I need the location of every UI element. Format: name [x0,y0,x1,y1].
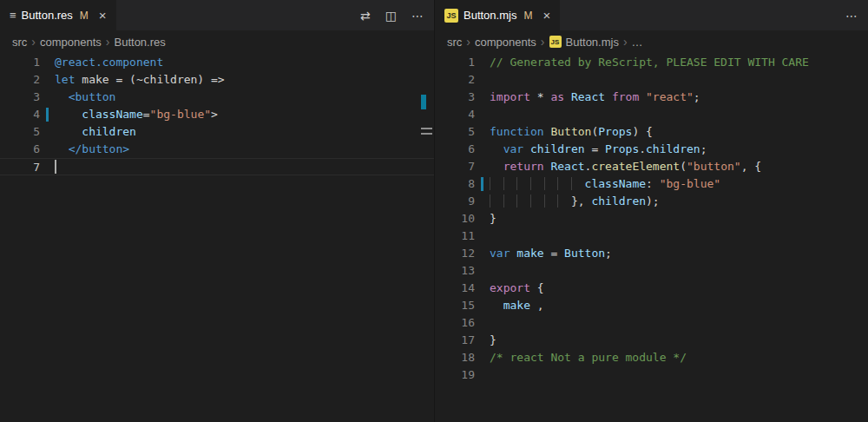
breadcrumb-item[interactable]: … [632,36,643,49]
git-modified-badge: M [523,10,532,22]
code-text: var make = Button; [490,245,612,262]
overview-ruler-mark [421,128,432,129]
code-text: className="bg-blue"> [55,106,218,123]
line-number[interactable]: 17 [435,332,475,349]
editor-sash[interactable] [433,0,436,422]
code-line[interactable]: 19 [435,366,868,384]
line-number[interactable]: 2 [0,71,40,89]
code-line[interactable]: 4 className="bg-blue"> [0,106,434,123]
line-number[interactable]: 16 [435,314,475,332]
line-number[interactable]: 11 [435,227,475,245]
js-file-icon: JS [444,9,458,23]
breadcrumb-item[interactable]: src [12,36,27,49]
line-number[interactable]: 1 [0,54,40,71]
breadcrumb-separator: › [31,35,36,49]
code-line[interactable]: 1// Generated by ReScript, PLEASE EDIT W… [435,54,868,71]
split-editor-icon[interactable]: ◫ [385,9,397,23]
code-text: import * as React from "react"; [490,89,700,106]
close-icon[interactable]: × [542,8,550,23]
code-line[interactable]: 17} [435,332,868,349]
line-number[interactable]: 1 [435,54,475,71]
line-number[interactable]: 8 [435,175,475,193]
code-line[interactable]: 5 children [0,123,434,141]
file-icon: ≡ [10,9,16,22]
line-number[interactable]: 5 [435,123,475,141]
line-number[interactable]: 7 [435,158,475,175]
code-line[interactable]: 14export { [435,280,868,297]
tabbar-right: JS Button.mjs M × ⋯ [435,0,868,30]
line-number[interactable]: 4 [0,106,40,123]
line-number[interactable]: 3 [435,89,475,106]
code-line[interactable]: 7 [0,158,434,175]
code-line[interactable]: 11 [435,227,868,245]
code-area-left: 1@react.component2let make = (~children)… [0,54,434,175]
code-text: className: "bg-blue" [490,175,720,193]
breadcrumb-item[interactable]: components [475,36,536,49]
tab-button-res[interactable]: ≡ Button.res M × [0,0,116,30]
close-icon[interactable]: × [99,8,107,23]
line-number[interactable]: 12 [435,245,475,262]
code-text: /* react Not a pure module */ [490,349,687,366]
line-number[interactable]: 18 [435,349,475,366]
line-number[interactable]: 4 [435,106,475,123]
breadcrumb-item[interactable]: src [447,36,462,49]
line-number[interactable]: 15 [435,297,475,314]
code-line[interactable]: 2 [435,71,868,89]
code-text: @react.component [55,54,163,71]
code-line[interactable]: 9 }, children); [435,193,868,210]
code-line[interactable]: 3import * as React from "react"; [435,89,868,106]
editor-left[interactable]: 1@react.component2let make = (~children)… [0,53,434,422]
code-line[interactable]: 12var make = Button; [435,245,868,262]
tab-button-mjs[interactable]: JS Button.mjs M × [435,0,560,30]
editor-right[interactable]: 1// Generated by ReScript, PLEASE EDIT W… [435,53,868,422]
indent-guide [530,177,544,190]
code-line[interactable]: 1@react.component [0,54,434,71]
line-number[interactable]: 3 [0,89,40,106]
editor-actions-right: ⋯ [845,0,858,30]
js-file-icon: JS [549,36,562,48]
line-number[interactable]: 5 [0,123,40,141]
code-line[interactable]: 3 <button [0,89,434,106]
breadcrumb-separator: › [466,35,470,49]
line-number[interactable]: 6 [435,141,475,158]
code-text: }, children); [490,193,660,210]
line-number[interactable]: 10 [435,210,475,227]
text-cursor [55,160,56,174]
overview-ruler-mark [421,133,432,135]
code-line[interactable]: 8 className: "bg-blue" [435,175,868,193]
code-line[interactable]: 15 make , [435,297,868,314]
code-line[interactable]: 2let make = (~children) => [0,71,434,89]
code-line[interactable]: 7 return React.createElement("button", { [435,158,868,175]
code-line[interactable]: 13 [435,262,868,280]
open-changes-icon[interactable]: ⇄ [360,9,371,23]
tabbar-left: ≡ Button.res M × ⇄ ◫ ⋯ [0,0,434,30]
indent-guide [503,177,517,190]
line-number[interactable]: 6 [0,141,40,158]
breadcrumb-item[interactable]: Button.res [115,36,166,49]
code-text: function Button(Props) { [490,123,653,141]
line-number[interactable]: 13 [435,262,475,280]
overview-ruler-modified[interactable] [421,95,426,109]
more-actions-icon[interactable]: ⋯ [845,9,858,23]
code-line[interactable]: 18/* react Not a pure module */ [435,349,868,366]
breadcrumb-item[interactable]: Button.mjs [566,36,619,49]
breadcrumb-separator: › [106,35,110,49]
line-number[interactable]: 9 [435,193,475,210]
git-modified-badge: M [80,10,89,22]
code-line[interactable]: 5function Button(Props) { [435,123,868,141]
code-line[interactable]: 6 var children = Props.children; [435,141,868,158]
line-number[interactable]: 2 [435,71,475,89]
indent-guide [557,195,571,208]
breadcrumb-item[interactable]: components [40,36,102,49]
breadcrumbs-right: src›components›JSButton.mjs›… [435,30,868,53]
line-number[interactable]: 7 [0,159,40,175]
breadcrumb-separator: › [541,35,545,49]
line-number[interactable]: 14 [435,280,475,297]
code-text: <button [55,89,115,106]
line-number[interactable]: 19 [435,366,475,384]
code-line[interactable]: 6 </button> [0,141,434,158]
more-actions-icon[interactable]: ⋯ [411,9,424,23]
code-line[interactable]: 10} [435,210,868,227]
code-line[interactable]: 4 [435,106,868,123]
code-line[interactable]: 16 [435,314,868,332]
